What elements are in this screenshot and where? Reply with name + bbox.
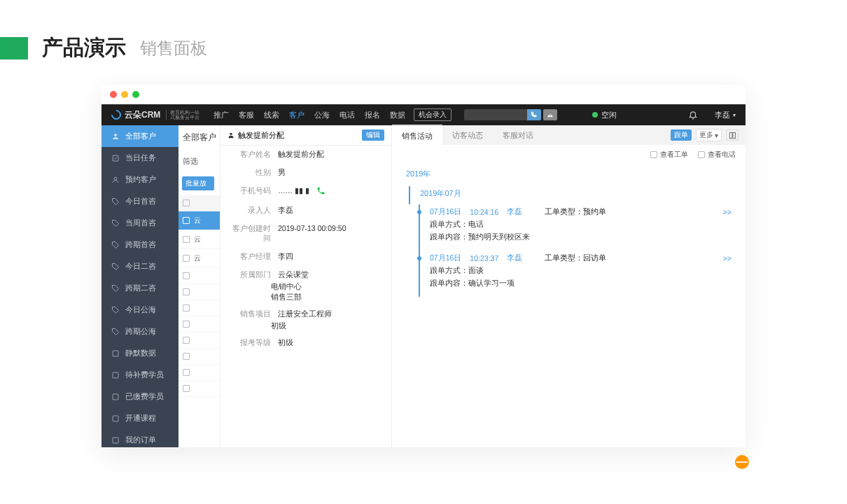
- sidebar-item-pending-pay[interactable]: 待补费学员: [102, 364, 178, 386]
- checkbox[interactable]: [183, 200, 190, 206]
- call-icon[interactable]: [316, 186, 326, 197]
- logo-text: 云朵CRM: [125, 109, 160, 121]
- bell-icon[interactable]: [688, 110, 698, 120]
- money-icon: [111, 393, 120, 401]
- customer-info-header: 触发提前分配 编辑: [220, 125, 391, 146]
- checkbox[interactable]: [183, 236, 190, 243]
- batch-release-button[interactable]: 批量放: [182, 176, 214, 190]
- sidebar-item-today-task[interactable]: 当日任务: [102, 147, 178, 169]
- logo-icon: [109, 108, 123, 122]
- opportunity-entry-button[interactable]: 机会录入: [414, 108, 451, 121]
- search-input[interactable]: [464, 109, 527, 120]
- list-row[interactable]: [178, 349, 220, 365]
- checkbox[interactable]: [183, 385, 190, 392]
- list-row[interactable]: [178, 381, 220, 397]
- list-row[interactable]: [178, 316, 220, 332]
- tab-visitor[interactable]: 访客动态: [442, 125, 493, 145]
- more-button[interactable]: 更多▾: [696, 129, 722, 141]
- entry-expand[interactable]: >>: [723, 208, 732, 216]
- checkbox[interactable]: [183, 321, 190, 328]
- list-row[interactable]: 云: [178, 211, 220, 230]
- sidebar-item-all[interactable]: 全部客户: [102, 125, 178, 147]
- layout-icon[interactable]: [726, 130, 738, 141]
- activity-panel: 销售活动 访客动态 客服对话 跟单 更多▾ 查看工单 查看电话: [392, 125, 746, 447]
- field-exam: 初级: [278, 338, 293, 348]
- sidebar-item-silent[interactable]: 静默数据: [102, 342, 178, 364]
- nav-data[interactable]: 数据: [390, 110, 405, 120]
- field-level1: 初级: [271, 321, 391, 331]
- list-row[interactable]: 云: [178, 230, 220, 249]
- sidebar-item-week-first[interactable]: 当周首咨: [102, 212, 178, 234]
- field-project: 注册安全工程师: [278, 309, 332, 319]
- field-dept: 云朵课堂: [278, 270, 309, 280]
- dial-button[interactable]: [543, 109, 557, 120]
- checkbox[interactable]: [650, 151, 657, 158]
- list-row[interactable]: [178, 300, 220, 316]
- follow-button[interactable]: 跟单: [671, 130, 692, 141]
- logo: 云朵CRM 教育机构一站 式服务云平台: [111, 109, 200, 121]
- nav-promo[interactable]: 推广: [214, 110, 229, 120]
- entry-expand[interactable]: >>: [723, 254, 732, 262]
- checkbox[interactable]: [183, 217, 190, 224]
- sidebar-item-cross-sea[interactable]: 跨期公海: [102, 321, 178, 342]
- timeline-entry[interactable]: 07月16日 10:23:37 李磊 工单类型：回访单 >> 跟单方式：面谈 跟…: [430, 251, 732, 297]
- minimize-dot[interactable]: [121, 91, 128, 98]
- sidebar-item-appoint[interactable]: 预约客户: [102, 169, 178, 190]
- sidebar-item-paid[interactable]: 已缴费学员: [102, 386, 178, 407]
- entry-method: 跟单方式：面谈: [430, 266, 732, 276]
- checkbox[interactable]: [183, 288, 190, 295]
- sidebar-item-cross-first[interactable]: 跨期首咨: [102, 234, 178, 255]
- sidebar-item-today-sea[interactable]: 今日公海: [102, 299, 178, 321]
- checkbox[interactable]: [698, 151, 705, 158]
- check-view-ticket[interactable]: 查看工单: [650, 150, 688, 160]
- sidebar-item-cross-second[interactable]: 跨期二咨: [102, 277, 178, 299]
- search-area: [464, 109, 557, 120]
- nav-signup[interactable]: 报名: [365, 110, 380, 120]
- nav-customer[interactable]: 客户: [289, 110, 304, 120]
- nav-phone[interactable]: 电话: [340, 110, 355, 120]
- filter-label[interactable]: 筛选: [178, 150, 220, 173]
- list-row[interactable]: [178, 365, 220, 381]
- sidebar-item-orders[interactable]: 我的订单: [102, 429, 178, 447]
- chevron-down-icon[interactable]: ▾: [733, 112, 736, 118]
- svg-rect-7: [113, 438, 118, 443]
- detail-panel: 触发提前分配 编辑 客户姓名触发提前分配 性别男 手机号码…… ▮▮ ▮ 录入人…: [220, 125, 746, 447]
- sidebar-item-today-first[interactable]: 今日首咨: [102, 190, 178, 212]
- nav-service[interactable]: 客服: [239, 110, 254, 120]
- entry-date: 07月16日: [430, 253, 461, 263]
- search-button[interactable]: [527, 109, 541, 120]
- maximize-dot[interactable]: [132, 91, 139, 98]
- close-dot[interactable]: [110, 91, 117, 98]
- tab-sales-activity[interactable]: 销售活动: [392, 125, 442, 146]
- entry-method: 跟单方式：电话: [430, 220, 732, 230]
- sidebar-item-today-second[interactable]: 今日二咨: [102, 255, 178, 277]
- tab-service-chat[interactable]: 客服对话: [493, 125, 543, 145]
- checkbox[interactable]: [183, 255, 190, 262]
- checkbox[interactable]: [183, 304, 190, 312]
- svg-point-0: [114, 134, 117, 136]
- checkbox[interactable]: [183, 369, 190, 376]
- status-indicator[interactable]: 空闲: [592, 110, 617, 120]
- nav-leads[interactable]: 线索: [264, 110, 279, 120]
- list-row[interactable]: 云: [178, 249, 220, 268]
- list-row[interactable]: [178, 284, 220, 300]
- customer-info-panel: 触发提前分配 编辑 客户姓名触发提前分配 性别男 手机号码…… ▮▮ ▮ 录入人…: [220, 125, 392, 447]
- timeline-entry[interactable]: 07月16日 10:24:16 李磊 工单类型：预约单 >> 跟单方式：电话 跟…: [430, 204, 732, 251]
- sidebar-item-courses[interactable]: 开通课程: [102, 407, 178, 429]
- svg-rect-4: [113, 372, 118, 378]
- list-row[interactable]: [178, 332, 220, 349]
- entry-content: 跟单内容：预约明天到校区来: [430, 232, 732, 242]
- checkbox[interactable]: [183, 337, 190, 344]
- timeline: 2019年 2019年07月 07月16日 10:24:16 李磊 工单类型：预…: [392, 164, 746, 301]
- edit-button[interactable]: 编辑: [362, 130, 384, 141]
- activity-filter: 查看工单 查看电话: [392, 145, 746, 164]
- check-view-call[interactable]: 查看电话: [698, 150, 736, 160]
- nav-sea[interactable]: 公海: [314, 110, 330, 120]
- user-menu[interactable]: 李磊: [715, 110, 730, 120]
- list-row[interactable]: [178, 268, 220, 284]
- checkbox[interactable]: [183, 272, 190, 279]
- checkbox[interactable]: [183, 353, 190, 360]
- help-bubble[interactable]: —: [735, 455, 749, 469]
- entry-type: 工单类型：预约单: [545, 207, 606, 217]
- timeline-year: 2019年: [406, 169, 732, 179]
